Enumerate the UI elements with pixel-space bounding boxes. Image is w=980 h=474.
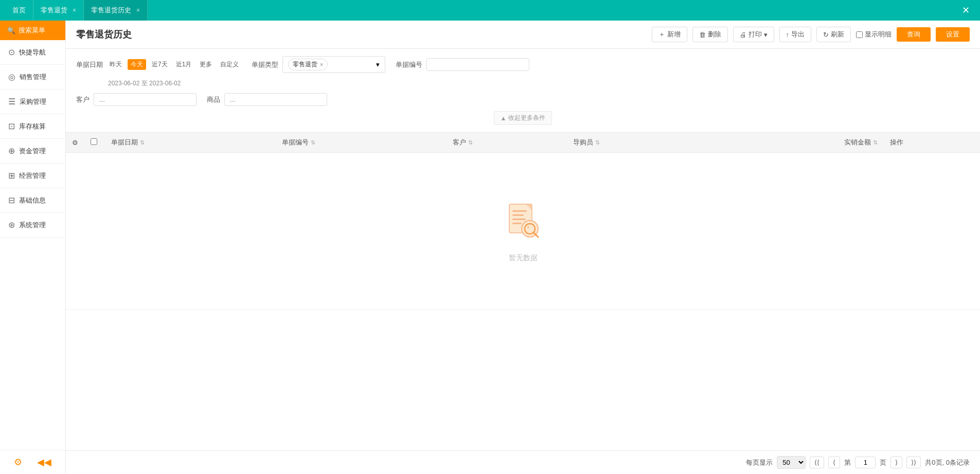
refresh-label: 刷新 <box>831 30 844 39</box>
last-page-button[interactable]: ⟩⟩ <box>906 457 921 468</box>
purchase-icon: ☰ <box>8 97 15 106</box>
empty-illustration <box>500 199 546 245</box>
table-body: 暂无数据 <box>66 153 980 309</box>
export-icon: ↑ <box>786 31 790 39</box>
export-button[interactable]: ↑ 导出 <box>779 27 812 42</box>
date-opt-7days[interactable]: 近7天 <box>149 59 170 70</box>
settings-table-icon[interactable]: ⚙ <box>72 139 78 147</box>
inventory-icon: ⊡ <box>8 121 15 131</box>
doc-date-sort-icon: ⇅ <box>140 139 145 145</box>
th-doc-no[interactable]: 单据编号 ⇅ <box>276 133 447 153</box>
page-input[interactable] <box>855 457 876 468</box>
delete-button[interactable]: 🗑 删除 <box>692 27 728 42</box>
sidebar-item-inventory[interactable]: ⊡ 库存核算 <box>0 114 65 139</box>
th-settings[interactable]: ⚙ <box>66 133 84 153</box>
tab-retail-return[interactable]: 零售退货 × <box>33 0 84 21</box>
sidebar-item-quick-nav-label: 快捷导航 <box>19 48 46 57</box>
sound-icon[interactable]: ◀◀ <box>37 457 51 468</box>
show-detail-label: 显示明细 <box>865 30 892 39</box>
settings-button[interactable]: 设置 <box>936 27 970 42</box>
date-opt-1month[interactable]: 近1月 <box>173 59 194 70</box>
settings-gear-icon[interactable]: ⚙ <box>14 457 22 468</box>
sidebar-item-basic-info-label: 基础信息 <box>19 196 46 205</box>
table-area: ⚙ 单据日期 ⇅ 单据编号 ⇅ <box>66 133 980 450</box>
collapse-label: 收起更多条件 <box>508 114 545 122</box>
new-icon: ＋ <box>658 30 665 39</box>
sidebar-item-operations-label: 经营管理 <box>19 171 46 180</box>
basic-info-icon: ⊟ <box>8 195 15 205</box>
svg-rect-3 <box>512 218 526 220</box>
th-guide[interactable]: 导购员 ⇅ <box>567 133 712 153</box>
th-actual-amount[interactable]: 实销金额 ⇅ <box>713 133 884 153</box>
collapse-button[interactable]: ▲ 收起更多条件 <box>494 111 553 125</box>
sidebar-search-label: 搜索菜单 <box>19 26 45 35</box>
sidebar-search[interactable]: 🔍 搜索菜单 <box>0 21 65 40</box>
date-opt-custom[interactable]: 自定义 <box>218 59 241 70</box>
tab-retail-return-history[interactable]: 零售退货历史 × <box>84 0 148 21</box>
sidebar-item-operations[interactable]: ⊞ 经营管理 <box>0 163 65 188</box>
search-icon: 🔍 <box>7 27 15 34</box>
sidebar-item-system[interactable]: ⊛ 系统管理 <box>0 213 65 238</box>
print-button[interactable]: 🖨 打印 ▾ <box>733 27 774 42</box>
system-icon: ⊛ <box>8 220 15 230</box>
next-page-button[interactable]: ⟩ <box>890 457 902 468</box>
show-detail-checkbox-label[interactable]: 显示明细 <box>856 30 892 39</box>
new-label: 新增 <box>667 30 681 39</box>
doc-type-chip-close[interactable]: × <box>319 61 323 68</box>
doc-type-select[interactable]: 零售退货 × ▾ <box>282 56 385 73</box>
sidebar-item-quick-nav[interactable]: ⊙ 快捷导航 <box>0 40 65 65</box>
pagination: 每页显示 50 10 20 100 ⟨⟨ ⟨ 第 页 ⟩ ⟩⟩ 共0页, 0条记… <box>66 450 980 474</box>
th-customer[interactable]: 客户 ⇅ <box>447 133 567 153</box>
doc-type-chip-text: 零售退货 <box>293 60 317 69</box>
page-title: 零售退货历史 <box>76 28 132 41</box>
goods-label: 商品 <box>207 95 220 104</box>
show-detail-checkbox[interactable] <box>856 31 863 38</box>
page-size-select[interactable]: 50 10 20 100 <box>777 456 806 469</box>
table-header: ⚙ 单据日期 ⇅ 单据编号 ⇅ <box>66 133 980 153</box>
doc-type-label: 单据类型 <box>252 60 278 69</box>
tab-retail-return-label: 零售退货 <box>41 6 67 15</box>
goods-input[interactable] <box>224 93 327 106</box>
tab-retail-return-history-close[interactable]: × <box>136 7 140 14</box>
sidebar: 🔍 搜索菜单 ⊙ 快捷导航 ◎ 销售管理 ☰ 采购管理 ⊡ 库存核算 ⊕ 资金管… <box>0 21 66 474</box>
svg-point-8 <box>527 226 529 228</box>
first-page-button[interactable]: ⟨⟨ <box>810 457 824 468</box>
total-label: 共0页, 0条记录 <box>925 458 970 467</box>
prev-page-button[interactable]: ⟨ <box>828 457 840 468</box>
guide-sort-icon: ⇅ <box>595 139 600 145</box>
tab-home[interactable]: 首页 <box>5 0 33 21</box>
date-opt-today[interactable]: 今天 <box>128 59 146 70</box>
page-label: 第 <box>844 458 851 467</box>
doc-no-input[interactable] <box>426 58 529 71</box>
sidebar-item-purchase-mgmt[interactable]: ☰ 采购管理 <box>0 89 65 114</box>
select-all-checkbox[interactable] <box>91 138 97 145</box>
sidebar-item-sales-label: 销售管理 <box>20 72 46 82</box>
sidebar-bottom: ⚙ ◀◀ <box>0 450 65 474</box>
sidebar-item-inventory-label: 库存核算 <box>19 122 46 131</box>
date-opt-more[interactable]: 更多 <box>197 59 215 70</box>
tab-retail-return-close[interactable]: × <box>73 7 76 14</box>
sidebar-item-sales-mgmt[interactable]: ◎ 销售管理 <box>0 65 65 89</box>
date-opt-yesterday[interactable]: 昨天 <box>107 59 124 70</box>
th-action: 操作 <box>884 133 980 153</box>
query-button[interactable]: 查询 <box>897 27 931 42</box>
print-icon: 🖨 <box>740 31 746 39</box>
th-action-label: 操作 <box>890 138 903 146</box>
customer-input[interactable] <box>94 93 197 106</box>
date-options: 昨天 今天 近7天 近1月 更多 自定义 <box>107 59 241 70</box>
sidebar-item-finance[interactable]: ⊕ 资金管理 <box>0 139 65 163</box>
doc-no-filter: 单据编号 <box>396 58 529 71</box>
sidebar-item-basic-info[interactable]: ⊟ 基础信息 <box>0 188 65 213</box>
content-area: 零售退货历史 ＋ 新增 🗑 删除 🖨 打印 ▾ ↑ 导出 <box>66 21 980 474</box>
refresh-button[interactable]: ↻ 刷新 <box>816 27 851 42</box>
customer-sort-icon: ⇅ <box>468 139 473 145</box>
th-doc-date[interactable]: 单据日期 ⇅ <box>105 133 276 153</box>
new-button[interactable]: ＋ 新增 <box>652 27 687 42</box>
th-guide-label: 导购员 <box>573 138 593 146</box>
operations-icon: ⊞ <box>8 171 15 180</box>
filter-row-1: 单据日期 昨天 今天 近7天 近1月 更多 自定义 单据类型 <box>76 56 970 73</box>
sidebar-item-system-label: 系统管理 <box>19 221 46 230</box>
window-close-icon[interactable]: ✕ <box>957 5 975 16</box>
actual-amount-sort-icon: ⇅ <box>873 139 878 145</box>
doc-no-label: 单据编号 <box>396 60 422 69</box>
